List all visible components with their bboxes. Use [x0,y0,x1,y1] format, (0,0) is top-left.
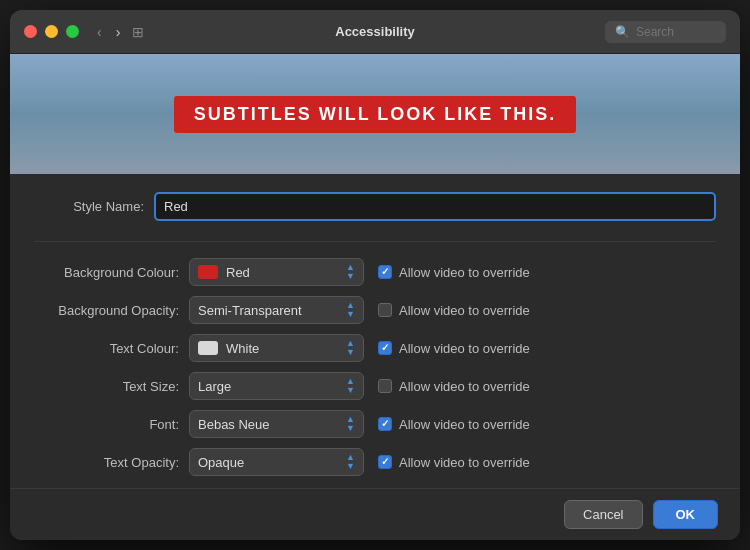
minimize-button[interactable] [45,25,58,38]
dropdown-text: Semi-Transparent [198,303,340,318]
allow-override-row: ✓Allow video to override [378,455,530,470]
titlebar: ‹ › ⊞ Accessibility 🔍 [10,10,740,54]
setting-row: Text Colour:White▲▼✓Allow video to overr… [34,334,716,362]
allow-override-checkbox[interactable] [378,379,392,393]
dropdown-4[interactable]: Bebas Neue▲▼ [189,410,364,438]
setting-label: Background Colour: [34,265,179,280]
setting-row: Background Opacity:Semi-Transparent▲▼All… [34,296,716,324]
allow-override-row: ✓Allow video to override [378,265,530,280]
allow-override-row: Allow video to override [378,303,530,318]
checkmark-icon: ✓ [381,343,389,353]
close-button[interactable] [24,25,37,38]
search-icon: 🔍 [615,25,630,39]
dropdown-arrows-icon: ▲▼ [346,263,355,281]
search-input[interactable] [636,25,716,39]
allow-override-row: Allow video to override [378,379,530,394]
dropdown-text: Red [226,265,340,280]
style-name-row: Style Name: [34,192,716,221]
subtitle-preview-text: SUBTITLES WILL LOOK LIKE THIS. [194,104,557,124]
footer: Cancel OK [10,488,740,540]
dropdown-2[interactable]: White▲▼ [189,334,364,362]
style-name-label: Style Name: [34,199,144,214]
dropdown-arrows-icon: ▲▼ [346,339,355,357]
back-arrow-icon[interactable]: ‹ [93,22,106,42]
dropdown-arrows-icon: ▲▼ [346,415,355,433]
forward-arrow-icon[interactable]: › [112,22,125,42]
allow-override-label: Allow video to override [399,341,530,356]
dropdown-text: Bebas Neue [198,417,340,432]
subtitle-preview-box: SUBTITLES WILL LOOK LIKE THIS. [174,96,577,133]
dropdown-text: Large [198,379,340,394]
dropdown-0[interactable]: Red▲▼ [189,258,364,286]
setting-row: Background Colour:Red▲▼✓Allow video to o… [34,258,716,286]
settings-section: Background Colour:Red▲▼✓Allow video to o… [34,258,716,476]
checkmark-icon: ✓ [381,419,389,429]
allow-override-label: Allow video to override [399,303,530,318]
dropdown-arrows-icon: ▲▼ [346,453,355,471]
dropdown-text: White [226,341,340,356]
search-bar[interactable]: 🔍 [605,21,726,43]
dropdown-5[interactable]: Opaque▲▼ [189,448,364,476]
titlebar-title: Accessibility [335,24,415,39]
allow-override-label: Allow video to override [399,265,530,280]
titlebar-nav: ‹ › [93,22,124,42]
dropdown-1[interactable]: Semi-Transparent▲▼ [189,296,364,324]
allow-override-label: Allow video to override [399,455,530,470]
allow-override-checkbox[interactable]: ✓ [378,265,392,279]
allow-override-label: Allow video to override [399,417,530,432]
dropdown-3[interactable]: Large▲▼ [189,372,364,400]
traffic-lights [24,25,79,38]
allow-override-checkbox[interactable]: ✓ [378,455,392,469]
dropdown-arrows-icon: ▲▼ [346,377,355,395]
checkmark-icon: ✓ [381,267,389,277]
maximize-button[interactable] [66,25,79,38]
dropdown-text: Opaque [198,455,340,470]
divider [34,241,716,242]
setting-label: Text Size: [34,379,179,394]
allow-override-checkbox[interactable]: ✓ [378,417,392,431]
setting-row: Font:Bebas Neue▲▼✓Allow video to overrid… [34,410,716,438]
setting-label: Text Colour: [34,341,179,356]
color-swatch [198,341,218,355]
setting-label: Background Opacity: [34,303,179,318]
allow-override-row: ✓Allow video to override [378,341,530,356]
checkmark-icon: ✓ [381,457,389,467]
grid-icon: ⊞ [132,24,144,40]
style-name-input[interactable] [154,192,716,221]
setting-row: Text Opacity:Opaque▲▼✓Allow video to ove… [34,448,716,476]
setting-row: Text Size:Large▲▼Allow video to override [34,372,716,400]
content-area: Style Name: Background Colour:Red▲▼✓Allo… [10,174,740,488]
allow-override-checkbox[interactable] [378,303,392,317]
window: ‹ › ⊞ Accessibility 🔍 SUBTITLES WILL LOO… [10,10,740,540]
setting-label: Text Opacity: [34,455,179,470]
preview-area: SUBTITLES WILL LOOK LIKE THIS. [10,54,740,174]
allow-override-label: Allow video to override [399,379,530,394]
ok-button[interactable]: OK [653,500,719,529]
cancel-button[interactable]: Cancel [564,500,642,529]
color-swatch [198,265,218,279]
setting-label: Font: [34,417,179,432]
allow-override-checkbox[interactable]: ✓ [378,341,392,355]
dropdown-arrows-icon: ▲▼ [346,301,355,319]
allow-override-row: ✓Allow video to override [378,417,530,432]
